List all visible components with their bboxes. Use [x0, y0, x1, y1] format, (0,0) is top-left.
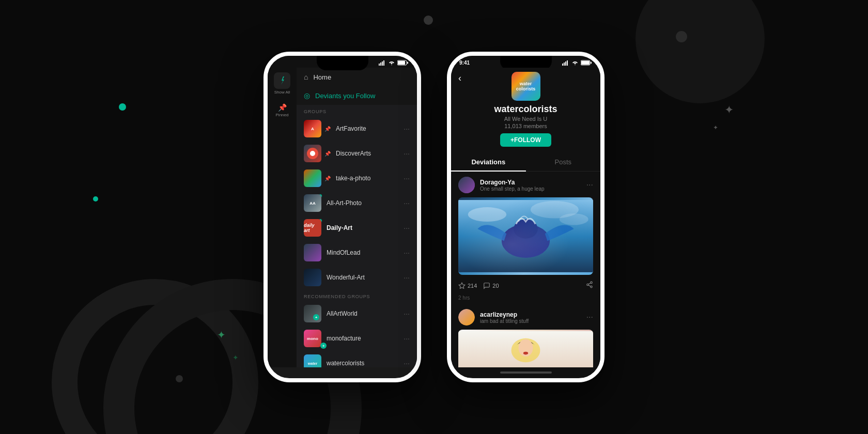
card-acarli: acarlizeynep iam bad at titling stuff ··… — [451, 304, 600, 367]
more-acarli[interactable]: ··· — [586, 313, 593, 322]
show-all-button[interactable]: Show All — [271, 72, 293, 95]
nav-deviants[interactable]: ◎ Deviants you Follow — [297, 86, 417, 105]
avatar-acarli — [458, 309, 475, 326]
more-allartphoto[interactable]: ··· — [404, 199, 410, 207]
signal-icon — [379, 60, 386, 66]
group-avatar-artfavorite: A — [304, 120, 321, 137]
group-name-allartphoto: All-Art-Photo — [327, 199, 398, 207]
feed-list: ⌂ Home ◎ Deviants you Follow GROUPS A 📌 — [297, 68, 417, 367]
group-name-dailyart: Daily-Art — [327, 224, 398, 231]
user-info-acarli: acarlizeynep iam bad at titling stuff — [480, 311, 581, 324]
plus-badge-monofacture: + — [320, 343, 327, 349]
nav-home-label: Home — [313, 73, 331, 81]
group-avatar-takeaphoto — [304, 169, 321, 187]
more-mindoflead[interactable]: ··· — [404, 249, 410, 257]
bg-ring-left — [52, 279, 258, 434]
group-allartworld[interactable]: + AllArtWorld ··· — [297, 301, 417, 326]
group-monofacture[interactable]: mono + monofacture ··· — [297, 326, 417, 351]
svg-point-22 — [587, 284, 589, 286]
da-logo-svg — [278, 76, 286, 85]
art-image-acarli — [458, 330, 593, 367]
home-bar-right — [451, 367, 600, 378]
tab-posts[interactable]: Posts — [526, 153, 601, 171]
nav-home[interactable]: ⌂ Home — [297, 68, 417, 86]
bg-star-2: ✦ — [233, 353, 239, 362]
group-name-watercolorists: watercolorists — [327, 360, 398, 367]
more-artfavorite[interactable]: ··· — [404, 125, 410, 133]
witch-artwork — [458, 330, 593, 367]
username-doragon: Doragon-Ya — [480, 179, 581, 186]
svg-rect-0 — [379, 64, 380, 66]
more-doragon[interactable]: ··· — [586, 180, 593, 190]
share-button-doragon[interactable] — [586, 281, 593, 290]
left-status-icons — [379, 60, 409, 66]
pinned-button[interactable]: 📌 Pinned — [271, 99, 293, 121]
like-button-doragon[interactable]: 214 — [458, 282, 477, 289]
recommended-label: RECOMMENDED GROUPS — [297, 290, 417, 301]
bg-star-4: ✦ — [713, 124, 718, 131]
dragon-artwork — [458, 197, 593, 275]
time-doragon: 2 hrs — [458, 295, 593, 304]
bg-star-3: ✦ — [724, 103, 734, 117]
group-discoverarts[interactable]: 📌 DiscoverArts ··· — [297, 141, 417, 166]
pin-artfavorite: 📌 — [324, 126, 331, 132]
tab-deviations[interactable]: Deviations — [451, 153, 526, 171]
svg-rect-9 — [565, 61, 566, 66]
desc-acarli: iam bad at titling stuff — [480, 318, 581, 324]
left-content: Show All 📌 Pinned ⌂ Home ◎ Devi — [268, 68, 417, 367]
more-wonderfulart[interactable]: ··· — [404, 273, 410, 282]
group-avatar-wonderfulart — [304, 269, 321, 286]
svg-point-16 — [531, 201, 579, 219]
desc-doragon: One small step, a huge leap — [480, 186, 581, 192]
notch-left — [317, 56, 368, 70]
svg-rect-3 — [383, 60, 384, 66]
group-watercolorists[interactable]: water + watercolorists ··· — [297, 351, 417, 367]
group-takeaphoto[interactable]: 📌 take-a-photo ··· — [297, 166, 417, 191]
group-wonderfulart[interactable]: Wonderful-Art ··· — [297, 265, 417, 290]
group-logo: watercolorists — [512, 72, 540, 101]
more-allartworld[interactable]: ··· — [404, 309, 410, 318]
right-content: ‹ watercolorists watercolorists All We N… — [451, 68, 600, 367]
svg-rect-13 — [591, 62, 592, 64]
follow-button[interactable]: +FOLLOW — [500, 133, 551, 147]
more-watercolorists[interactable]: ··· — [404, 359, 410, 367]
bg-dot-3 — [176, 375, 183, 382]
card-doragon: Doragon-Ya One small step, a huge leap ·… — [451, 172, 600, 304]
back-button[interactable]: ‹ — [458, 73, 461, 84]
more-takeaphoto[interactable]: ··· — [404, 174, 410, 182]
svg-rect-5 — [398, 61, 405, 65]
group-avatar-dailyart: daily art — [304, 219, 321, 237]
group-avatar-allartworld: + — [304, 305, 321, 322]
svg-point-21 — [591, 282, 593, 284]
svg-point-17 — [560, 213, 588, 225]
group-allartphoto[interactable]: AA All-Art-Photo ··· — [297, 191, 417, 215]
like-count: 214 — [468, 283, 477, 289]
svg-rect-8 — [564, 63, 565, 66]
group-avatar-watercolorists: water — [304, 354, 321, 367]
svg-rect-10 — [567, 60, 568, 66]
bg-green-dot-1 — [119, 103, 126, 111]
svg-marker-20 — [459, 283, 465, 288]
group-dailyart[interactable]: daily art Daily-Art ··· — [297, 215, 417, 240]
bg-circle-top-right — [636, 0, 765, 103]
plus-badge-allartworld: + — [313, 314, 319, 320]
more-discoverarts[interactable]: ··· — [404, 149, 410, 158]
pin-icon: 📌 — [278, 103, 287, 112]
comment-button-doragon[interactable]: 20 — [483, 282, 499, 289]
group-name-allartworld: AllArtWorld — [327, 310, 398, 317]
home-icon: ⌂ — [304, 73, 308, 81]
group-name-artfavorite: ArtFavorite — [336, 125, 398, 132]
left-status-bar — [268, 56, 417, 68]
wifi-icon — [388, 60, 395, 66]
card-actions-doragon: 214 20 — [458, 279, 593, 295]
more-monofacture[interactable]: ··· — [404, 334, 410, 343]
group-mindoflead[interactable]: MindOfLead ··· — [297, 240, 417, 265]
group-artfavorite[interactable]: A 📌 ArtFavorite ··· — [297, 116, 417, 141]
phones-container: Show All 📌 Pinned ⌂ Home ◎ Devi — [264, 52, 605, 382]
bg-star-1: ✦ — [217, 329, 226, 341]
right-signal-icon — [562, 60, 569, 66]
phone-right: 9:41 ‹ watercolorists watercolorists All… — [447, 52, 605, 382]
avatar-doragon — [458, 177, 475, 193]
groups-label: GROUPS — [297, 105, 417, 116]
more-dailyart[interactable]: ··· — [404, 224, 410, 232]
